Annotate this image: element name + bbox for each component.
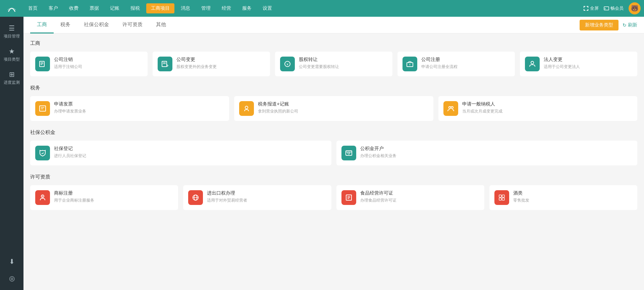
project-management-icon: ☰ [9, 24, 15, 32]
card-tax-report[interactable]: 税务报道+记账 拿到营业执照的新公司 [234, 96, 433, 121]
card-liquor[interactable]: 酒类 零售批发 [489, 185, 637, 210]
shebao-section: 社保公积金 社保登记 进行人员社保登记 [30, 129, 637, 165]
refresh-button[interactable]: ↻ 刷新 [623, 22, 637, 28]
company-cancel-desc: 适用于注销公司 [54, 64, 82, 70]
card-general-taxpayer[interactable]: 申请一般纳税人 当月或次月成变更完成 [438, 96, 637, 121]
equity-transfer-desc: 公司变更需要股权转让 [299, 64, 339, 70]
import-export-title: 进出口权办理 [207, 190, 247, 196]
nav-management[interactable]: 管理 [197, 3, 215, 13]
tax-report-icon [239, 101, 254, 116]
vip-button[interactable]: 畅会员 [604, 5, 624, 11]
liquor-icon [494, 190, 509, 205]
nav-customer[interactable]: 客户 [44, 3, 63, 13]
tax-report-desc: 拿到营业执照的新公司 [258, 108, 298, 114]
company-change-desc: 股权变更外的业务变更 [176, 64, 217, 70]
tab-shebao[interactable]: 社保公积金 [77, 17, 116, 33]
svg-rect-14 [162, 61, 167, 67]
liquor-title: 酒类 [513, 190, 529, 196]
svg-rect-40 [499, 195, 501, 197]
progress-monitor-icon: ⊞ [9, 70, 15, 78]
xuke-title: 许可资质 [30, 174, 637, 180]
shuiwu-cards: 申请发票 办理申请发票业务 税务报道+记账 拿到营业执照的新公司 [30, 96, 637, 121]
card-trademark[interactable]: 商标注册 用于企业商标注册服务 [30, 185, 178, 210]
refresh-icon: ↻ [623, 22, 627, 28]
import-export-desc: 适用于对外贸易经营者 [207, 198, 247, 203]
fullscreen-button[interactable]: 全屏 [583, 5, 599, 11]
content-area: 工商 税务 社保公积金 许可资质 其他 新增业务类型 ↻ 刷新 工商 [23, 17, 644, 290]
tab-xuke[interactable]: 许可资质 [116, 17, 149, 33]
trademark-icon [35, 190, 50, 205]
sidebar-item-project-type[interactable]: ★ 项目类型 [0, 43, 23, 66]
card-apply-invoice[interactable]: 申请发票 办理申请发票业务 [30, 96, 229, 121]
top-navigation: 首页 客户 收费 票据 记账 报税 工商项目 消息 管理 经营 服务 设置 全屏… [0, 0, 644, 17]
svg-point-25 [245, 106, 248, 109]
tab-gongshang[interactable]: 工商 [30, 17, 54, 33]
nav-home[interactable]: 首页 [23, 3, 42, 13]
svg-rect-28 [346, 151, 352, 155]
nav-messages[interactable]: 消息 [176, 3, 195, 13]
legal-change-icon [525, 57, 540, 71]
general-taxpayer-icon [443, 101, 458, 116]
svg-rect-3 [588, 6, 588, 8]
nav-operation[interactable]: 经营 [217, 3, 236, 13]
card-housing-fund[interactable]: 公积金开户 办理公积金相关业务 [336, 141, 638, 165]
svg-point-21 [531, 61, 534, 64]
gongshang-title: 工商 [30, 40, 637, 47]
main-container: ☰ 项目管理 ★ 项目类型 ⊞ 进度监测 ⬇ ◎ 工商 税务 社保公积金 许可资… [0, 17, 644, 290]
card-social-insurance[interactable]: 社保登记 进行人员社保登记 [30, 141, 331, 165]
card-company-register[interactable]: 公司注册 申请公司注册全流程 [397, 52, 515, 76]
nav-settings[interactable]: 设置 [258, 3, 277, 13]
sidebar-bottom: ⬇ ◎ [6, 255, 17, 290]
xuke-section: 许可资质 商标注册 用于企业商标注册服务 [30, 174, 637, 210]
svg-rect-41 [502, 195, 504, 197]
company-register-desc: 申请公司注册全流程 [421, 64, 458, 70]
nav-accounting[interactable]: 记账 [105, 3, 124, 13]
social-insurance-icon [35, 146, 50, 160]
housing-fund-icon [341, 146, 356, 160]
app-logo [3, 3, 20, 13]
svg-rect-8 [604, 7, 609, 10]
company-change-title: 公司变更 [176, 57, 217, 63]
svg-text:¥: ¥ [286, 63, 288, 66]
food-license-icon [341, 190, 356, 205]
nav-right: 全屏 畅会员 🐻 [583, 2, 641, 14]
company-cancel-icon [35, 57, 50, 71]
new-type-button[interactable]: 新增业务类型 [580, 20, 619, 30]
location-icon[interactable]: ◎ [6, 272, 17, 285]
scroll-content[interactable]: 工商 公司注销 适用于注销公司 [23, 33, 644, 290]
legal-change-title: 法人变更 [544, 57, 580, 63]
housing-fund-desc: 办理公积金相关业务 [360, 153, 396, 159]
tab-actions: 新增业务类型 ↻ 刷新 [580, 20, 637, 30]
tab-other[interactable]: 其他 [149, 17, 173, 33]
card-company-cancel[interactable]: 公司注销 适用于注销公司 [30, 52, 148, 76]
tab-shuiwu[interactable]: 税务 [54, 17, 77, 33]
shuiwu-title: 税务 [30, 85, 637, 91]
general-taxpayer-title: 申请一般纳税人 [462, 101, 502, 107]
card-food-license[interactable]: 食品经营许可证 办理食品经营许可证 [336, 185, 484, 210]
user-avatar[interactable]: 🐻 [629, 2, 641, 14]
nav-bills[interactable]: 票据 [85, 3, 104, 13]
card-company-change[interactable]: 公司变更 股权变更外的业务变更 [153, 52, 270, 76]
card-import-export[interactable]: 进出口权办理 适用于对外贸易经营者 [183, 185, 331, 210]
general-taxpayer-desc: 当月或次月成变更完成 [462, 108, 502, 114]
apply-invoice-icon [35, 101, 50, 116]
sidebar-item-project-management[interactable]: ☰ 项目管理 [0, 20, 23, 43]
svg-rect-42 [499, 198, 501, 200]
card-legal-change[interactable]: 法人变更 适用于公司变更法人 [520, 52, 637, 76]
legal-change-desc: 适用于公司变更法人 [544, 64, 580, 70]
nav-tax[interactable]: 报税 [126, 3, 145, 13]
nav-service[interactable]: 服务 [237, 3, 256, 13]
nav-fees[interactable]: 收费 [64, 3, 83, 13]
food-license-desc: 办理食品经营许可证 [360, 198, 396, 203]
project-type-icon: ★ [9, 47, 15, 55]
import-export-icon [188, 190, 203, 205]
company-register-icon [402, 57, 417, 71]
sidebar-item-progress-monitor[interactable]: ⊞ 进度监测 [0, 66, 23, 89]
card-equity-transfer[interactable]: ¥ 股权转让 公司变更需要股权转让 [275, 52, 392, 76]
download-icon[interactable]: ⬇ [6, 255, 17, 268]
equity-transfer-icon: ¥ [280, 57, 295, 71]
svg-point-29 [348, 152, 350, 154]
liquor-desc: 零售批发 [513, 198, 529, 203]
nav-industrial[interactable]: 工商项目 [146, 3, 174, 13]
food-license-title: 食品经营许可证 [360, 190, 396, 196]
